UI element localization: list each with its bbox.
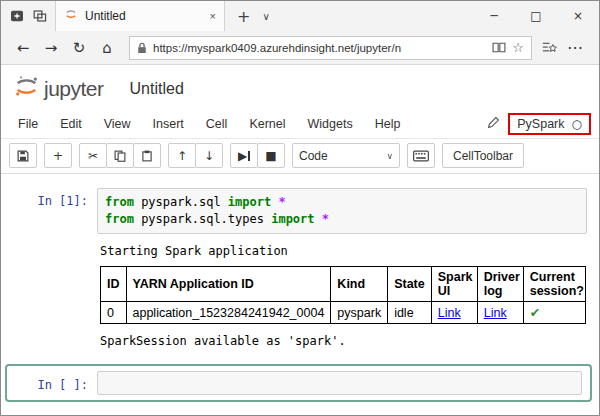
cell-spark-ui: Link (431, 302, 477, 324)
tab-list-chevron-icon[interactable]: ∨ (262, 11, 269, 22)
header-yarn-id: YARN Application ID (126, 267, 331, 302)
command-palette-button[interactable] (407, 143, 435, 168)
table-row: 0 application_1523284241942_0004 pyspark… (101, 302, 586, 324)
kernel-indicator-highlight: PySpark ○ (508, 113, 591, 135)
menu-cell[interactable]: Cell (195, 112, 239, 136)
header-driver-log: Driver log (477, 267, 523, 302)
jupyter-header: jupyter Untitled (1, 65, 599, 110)
notebook-toolbar: + ✂ ↑ ↓ ▶ ■ Code ∨ CellToolbar (1, 139, 599, 174)
refresh-button[interactable]: ↻ (67, 39, 91, 57)
chevron-down-icon: ∨ (386, 151, 393, 161)
menu-file[interactable]: File (7, 112, 49, 136)
tab-preview-icon[interactable] (33, 10, 47, 22)
cell-id: 0 (101, 302, 127, 324)
home-button[interactable]: ⌂ (95, 39, 119, 57)
pencil-icon (487, 115, 500, 133)
hub-icon[interactable] (542, 41, 557, 54)
maximize-button[interactable]: □ (515, 1, 557, 31)
cell-type-dropdown[interactable]: Code ∨ (292, 143, 400, 168)
lock-icon (137, 42, 147, 54)
menu-widgets[interactable]: Widgets (297, 112, 364, 136)
cell-toolbar-button[interactable]: CellToolbar (442, 143, 524, 168)
tabs-set-aside-icon[interactable] (10, 10, 24, 22)
jupyter-wordmark[interactable]: jupyter (44, 77, 104, 101)
cut-cell-button[interactable]: ✂ (79, 143, 107, 168)
kernel-idle-icon: ○ (572, 117, 582, 131)
cell-kind: pyspark (331, 302, 388, 324)
forward-button[interactable]: → (39, 39, 63, 57)
input-prompt-2: In [ ]: (11, 374, 97, 392)
menu-bar: File Edit View Insert Cell Kernel Widget… (1, 110, 599, 139)
notebook-title[interactable]: Untitled (130, 80, 184, 98)
paste-cell-button[interactable] (133, 143, 161, 168)
tab-title: Untitled (85, 9, 203, 23)
favorites-star-icon[interactable]: ☆ (512, 40, 524, 55)
header-spark-ui: Spark UI (431, 267, 477, 302)
url-text: https://myspark0409.azurehdinsight.net/j… (153, 42, 486, 54)
run-cell-button[interactable]: ▶ (230, 143, 258, 168)
menu-insert[interactable]: Insert (142, 112, 195, 136)
kernel-name: PySpark (517, 117, 564, 131)
cell-output: Starting Spark application ID YARN Appli… (98, 244, 587, 348)
jupyter-logo-icon (13, 73, 40, 104)
input-prompt-1: In [1]: (1, 188, 97, 208)
notebook-area: In [1]: from pyspark.sql import * from p… (1, 174, 599, 415)
menu-edit[interactable]: Edit (49, 112, 93, 136)
jupyter-favicon (64, 7, 78, 25)
minimize-button[interactable]: ─ (473, 1, 515, 31)
back-button[interactable]: ← (11, 39, 35, 57)
spark-status-text: Starting Spark application (100, 244, 587, 258)
copy-cell-button[interactable] (106, 143, 134, 168)
header-kind: Kind (331, 267, 388, 302)
table-header-row: ID YARN Application ID Kind State Spark … (101, 267, 586, 302)
cell-type-value: Code (299, 149, 386, 163)
cell-yarn-id: application_1523284241942_0004 (126, 302, 331, 324)
code-line-2: from pyspark.sql.types import * (105, 211, 579, 228)
navigation-bar: ← → ↻ ⌂ https://myspark0409.azurehdinsig… (1, 31, 599, 65)
more-options-icon[interactable]: ⋯ (561, 38, 589, 57)
current-session-check-icon: ✔ (523, 302, 585, 324)
close-button[interactable]: × (557, 1, 599, 31)
interrupt-kernel-button[interactable]: ■ (257, 143, 285, 168)
tab-close-icon[interactable]: × (210, 10, 216, 22)
driver-log-link[interactable]: Link (484, 306, 507, 320)
cell-state: idle (388, 302, 432, 324)
code-input-1[interactable]: from pyspark.sql import * from pyspark.s… (97, 188, 587, 234)
spark-session-text: SparkSession available as 'spark'. (100, 334, 587, 348)
cell-driver-log: Link (477, 302, 523, 324)
code-line-1: from pyspark.sql import * (105, 194, 579, 211)
spark-session-table: ID YARN Application ID Kind State Spark … (100, 266, 586, 324)
code-cell-2-selected[interactable]: In [ ]: (5, 364, 592, 402)
browser-window: Untitled × + ∨ ─ □ × ← → ↻ ⌂ https://mys… (0, 0, 600, 416)
reading-view-icon[interactable] (492, 42, 506, 53)
spark-ui-link[interactable]: Link (438, 306, 461, 320)
address-bar[interactable]: https://myspark0409.azurehdinsight.net/j… (129, 36, 532, 60)
tab-bar: Untitled × + ∨ ─ □ × (1, 1, 599, 31)
header-state: State (388, 267, 432, 302)
header-current-session: Current session? (523, 267, 585, 302)
code-input-2-empty[interactable] (97, 371, 582, 395)
menu-help[interactable]: Help (364, 112, 412, 136)
code-cell-1[interactable]: In [1]: from pyspark.sql import * from p… (1, 188, 599, 234)
menu-kernel[interactable]: Kernel (238, 112, 296, 136)
add-cell-button[interactable]: + (44, 143, 72, 168)
header-id: ID (101, 267, 127, 302)
menu-view[interactable]: View (93, 112, 142, 136)
save-button[interactable] (9, 143, 37, 168)
new-tab-button[interactable]: + (237, 7, 250, 26)
browser-tab[interactable]: Untitled × (55, 1, 225, 31)
move-cell-up-button[interactable]: ↑ (168, 143, 196, 168)
move-cell-down-button[interactable]: ↓ (195, 143, 223, 168)
